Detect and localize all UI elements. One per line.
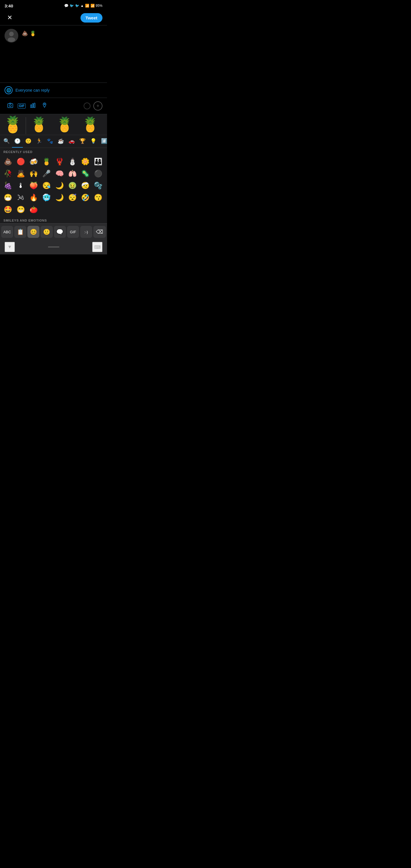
compose-area: 💩 🍍 [0,25,107,83]
svg-rect-5 [31,105,32,107]
cat-travel[interactable]: 🚗 [66,135,77,148]
emoji-mask[interactable]: 😷 [2,192,14,203]
emoji-poop[interactable]: 💩 [2,156,14,167]
emoji-raised-hands[interactable]: 🙌 [28,168,39,179]
emoji-black-circle[interactable]: ⚫ [92,168,104,179]
sticker-item-3[interactable]: 🍍 [52,117,77,134]
bottom-handle-row: ▼ ⌨ [0,240,107,254]
sticker-emoji-1: 🍍 [3,117,23,132]
top-nav: ✕ Tweet [0,10,107,25]
emoji-mic[interactable]: 🎤 [41,168,52,179]
emoji-flower[interactable]: 🌼 [80,156,91,167]
emoji-family[interactable]: 👨‍👩‍👦 [92,156,104,167]
cat-objects[interactable]: 💡 [88,135,99,148]
status-time: 3:40 [5,3,13,8]
compose-content[interactable]: 💩 🍍 [22,29,102,79]
emoji-cold[interactable]: 🥶 [41,192,52,203]
smileys-label: SMILEYS AND EMOTIONS [0,216,107,223]
emoji-peach[interactable]: 🍑 [28,180,39,191]
cat-recent[interactable]: 🕐 [12,135,23,148]
poll-button[interactable] [27,100,39,112]
collapse-button[interactable]: ▼ [5,242,15,252]
emoji-grin[interactable]: 😁 [15,204,27,215]
twitter-icon2: 🐦 [75,4,80,8]
emoji-fire[interactable]: 🔥 [28,192,39,203]
cat-food[interactable]: ☕ [55,135,66,148]
emoji-crescent[interactable]: 🌙 [54,180,65,191]
compose-toolbar: GIF + [0,98,107,114]
meme-button[interactable]: 🗨️ [54,226,66,238]
kb-btn-row: ABC 📋 😊 🙂 🗨️ GIF :-) ⌫ [1,226,106,238]
emoji-lobster[interactable]: 🦞 [54,156,65,167]
keyboard-switch-button[interactable]: ⌨ [92,242,102,252]
gif-keyboard-button[interactable]: GIF [67,226,79,238]
photo-icon [7,103,13,110]
emoji-tab-button[interactable]: 😊 [27,226,39,238]
handle-bar [48,246,59,248]
delete-icon: ⌫ [96,229,103,235]
svg-rect-3 [8,104,13,107]
sticker-item-4[interactable]: 🍍 [77,117,103,134]
cat-people[interactable]: 🏃 [34,135,44,148]
emoji-grapes[interactable]: 🍇 [2,180,14,191]
emoji-category-tabs: 🔍 🕐 🙂 🏃 🐾 ☕ 🚗 🏆 💡 #️⃣ 🚩 [0,135,107,148]
status-bar: 3:40 💬 🐦 🐦 ▲ 📶 📶 95% [0,0,107,10]
location-button[interactable] [39,100,50,112]
emoji-sleepy[interactable]: 😪 [41,180,52,191]
clipboard-button[interactable]: 📋 [14,226,26,238]
cat-symbols[interactable]: #️⃣ [99,135,107,148]
cat-smileys[interactable]: 🙂 [23,135,34,148]
emoji-microbe[interactable]: 🦠 [80,168,91,179]
gif-button[interactable]: GIF [16,100,27,112]
gif-keyboard-label: GIF [70,230,76,234]
emoji-nausea[interactable]: 🤢 [67,180,78,191]
twitter-icon1: 🐦 [70,4,74,8]
cat-search[interactable]: 🔍 [1,135,12,148]
recently-used-grid: 💩 🔴 🍻 🍍 🦞 ⛄ 🌼 👨‍👩‍👦 🥀 🙇 🙌 🎤 🧠 🫁 🦠 ⚫ 🍇 🌡 … [0,155,107,216]
emoticon-button[interactable]: :-) [80,226,92,238]
sticker-item-1[interactable]: 🍍 [0,117,26,135]
close-button[interactable]: ✕ [5,12,15,23]
abc-button[interactable]: ABC [1,226,13,238]
tweet-button[interactable]: Tweet [81,13,102,23]
emoji-red-circle[interactable]: 🔴 [15,156,27,167]
emoji-moon[interactable]: 🌙 [54,192,65,203]
svg-point-1 [9,32,14,36]
compose-text: 💩 🍍 [22,30,102,37]
emoji-beers[interactable]: 🍻 [28,156,39,167]
char-counter [83,102,91,110]
sticker-item-2[interactable]: 🍍 [26,117,52,134]
sticker-emoji-3: 🍍 [56,117,73,132]
emoji-tomato[interactable]: 🍅 [28,204,39,215]
emoji-bubbles[interactable]: 🫧 [92,180,104,191]
emoji-lungs[interactable]: 🫁 [67,168,78,179]
avatar-image [5,29,18,42]
emoji-bowing[interactable]: 🙇 [15,168,27,179]
avatar [5,29,18,42]
emoji-rose[interactable]: 🥀 [2,168,14,179]
location-icon [42,102,47,110]
sticker-tab-button[interactable]: 🙂 [40,226,53,238]
delete-button[interactable]: ⌫ [93,226,106,238]
emoji-wind[interactable]: 🌬 [15,192,27,203]
emoji-brain[interactable]: 🧠 [54,168,65,179]
emoticon-label: :-) [85,230,88,234]
emoji-kiss[interactable]: 😙 [92,192,104,203]
message-icon: 💬 [64,4,68,8]
cat-animals[interactable]: 🐾 [44,135,55,148]
close-icon: ✕ [7,14,12,21]
reply-setting[interactable]: 🌐 Everyone can reply [0,83,107,98]
emoji-drooling[interactable]: 😴 [67,192,78,203]
globe-icon: 🌐 [5,86,12,94]
emoji-snowman[interactable]: ⛄ [67,156,78,167]
sticker-emoji-4: 🍍 [81,117,99,132]
emoji-starstruck[interactable]: 🤩 [2,204,14,215]
photo-button[interactable] [5,100,16,112]
emoji-injured[interactable]: 🤕 [80,180,91,191]
cat-activities[interactable]: 🏆 [77,135,88,148]
emoji-pineapple[interactable]: 🍍 [41,156,52,167]
emoji-thermometer[interactable]: 🌡 [15,180,27,191]
signal-icon: 📶 [85,4,89,8]
emoji-rofl[interactable]: 🤣 [80,192,91,203]
add-tweet-button[interactable]: + [93,101,102,111]
